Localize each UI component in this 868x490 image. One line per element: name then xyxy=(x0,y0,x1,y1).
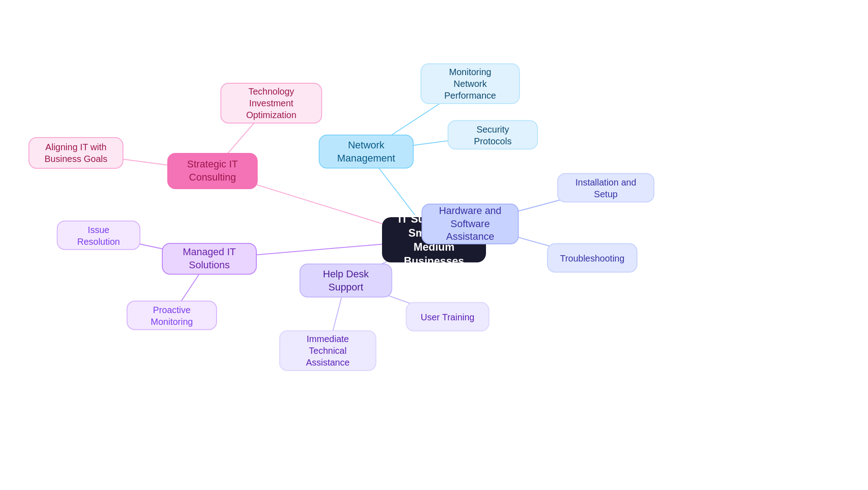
user-training-node: User Training xyxy=(406,302,490,332)
security-protocols-node: Security Protocols xyxy=(448,120,538,150)
hardware-software-node: Hardware and Software Assistance xyxy=(422,204,519,244)
aligning-it-node: Aligning IT with Business Goals xyxy=(28,137,123,169)
help-desk-support-node: Help Desk Support xyxy=(300,264,392,298)
managed-it-solutions-node: Managed IT Solutions xyxy=(162,243,257,275)
technology-investment-node: Technology Investment Optimization xyxy=(221,83,322,124)
strategic-it-consulting-node: Strategic IT Consulting xyxy=(167,153,258,189)
monitoring-network-node: Monitoring Network Performance xyxy=(420,63,520,104)
network-management-node: Network Management xyxy=(319,135,414,169)
proactive-monitoring-node: Proactive Monitoring xyxy=(127,301,217,330)
installation-setup-node: Installation and Setup xyxy=(557,173,655,203)
troubleshooting-node: Troubleshooting xyxy=(547,243,637,273)
issue-resolution-node: Issue Resolution xyxy=(57,221,141,250)
immediate-technical-node: Immediate Technical Assistance xyxy=(279,330,377,371)
